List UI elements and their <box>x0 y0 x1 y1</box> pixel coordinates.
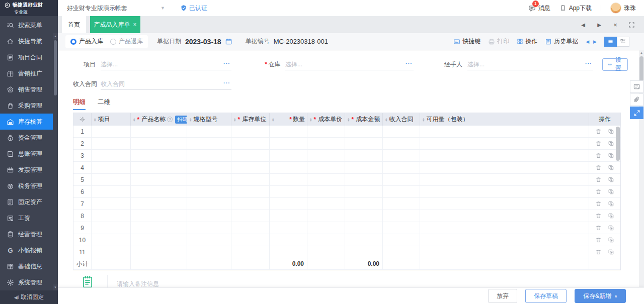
column-header-3[interactable]: ▲▼规格型号 <box>187 113 231 126</box>
note-tool-button[interactable] <box>630 80 643 93</box>
delete-row-icon[interactable] <box>595 200 602 207</box>
empty-cell[interactable] <box>131 222 187 234</box>
empty-cell[interactable] <box>187 138 231 150</box>
empty-cell[interactable] <box>345 174 383 186</box>
empty-cell[interactable] <box>231 138 270 150</box>
empty-cell[interactable] <box>92 162 131 174</box>
empty-cell[interactable] <box>92 234 131 246</box>
empty-cell[interactable] <box>383 174 420 186</box>
empty-cell[interactable] <box>420 234 589 246</box>
sidebar-item-sales[interactable]: 销售管理 <box>0 81 53 97</box>
delete-row-icon[interactable] <box>595 128 602 135</box>
scroll-up-icon[interactable]: ▲ <box>639 50 644 55</box>
empty-cell[interactable] <box>420 222 589 234</box>
delete-row-icon[interactable] <box>595 152 602 159</box>
empty-cell[interactable] <box>131 246 187 258</box>
copy-row-icon[interactable] <box>608 188 614 195</box>
sidebar-item-invoice[interactable]: 发票管理 <box>0 162 53 178</box>
operate-menu-button[interactable]: 操作 <box>517 37 537 46</box>
empty-cell[interactable] <box>420 186 589 198</box>
sidebar-item-system[interactable]: 系统管理 <box>0 274 53 290</box>
empty-cell[interactable] <box>383 198 420 210</box>
project-picker-icon[interactable]: ··· <box>223 60 230 66</box>
empty-cell[interactable] <box>383 138 420 150</box>
column-settings-header[interactable] <box>73 113 92 126</box>
income-contract-picker-icon[interactable]: ··· <box>223 80 230 86</box>
empty-cell[interactable] <box>383 210 420 222</box>
empty-cell[interactable] <box>231 186 270 198</box>
column-header-9[interactable]: ▲▼可用量（包装） <box>420 113 589 126</box>
copy-row-icon[interactable] <box>608 140 614 147</box>
copy-row-icon[interactable] <box>608 152 614 159</box>
fullscreen-icon[interactable] <box>627 20 636 29</box>
warehouse-input[interactable] <box>285 58 414 70</box>
sort-icon[interactable]: ▲▼ <box>309 118 312 122</box>
sidebar-scroll-down-icon[interactable]: ▼ <box>53 284 58 290</box>
empty-cell[interactable] <box>131 150 187 162</box>
empty-cell[interactable] <box>420 198 589 210</box>
sort-icon[interactable]: ▲▼ <box>422 118 425 122</box>
tabs-scroll-left-icon[interactable]: ◀ <box>579 20 588 29</box>
empty-cell[interactable] <box>307 210 345 222</box>
income-contract-input[interactable] <box>101 78 231 90</box>
sort-icon[interactable]: ▲▼ <box>94 118 96 122</box>
empty-cell[interactable] <box>345 138 383 150</box>
empty-cell[interactable] <box>231 150 270 162</box>
sidebar-item-inventory[interactable]: 库存核算 <box>0 114 53 130</box>
expand-tool-button[interactable] <box>630 107 643 119</box>
account-selector[interactable]: 好业财专业版演示帐套 ▼ <box>67 4 165 13</box>
empty-cell[interactable] <box>131 174 187 186</box>
print-button[interactable]: 打印 <box>488 37 509 46</box>
empty-cell[interactable] <box>92 210 131 222</box>
empty-cell[interactable] <box>92 174 131 186</box>
empty-cell[interactable] <box>231 174 270 186</box>
sidebar-unpin-button[interactable]: ◀‖ 取消固定 <box>0 290 58 304</box>
empty-cell[interactable] <box>131 186 187 198</box>
column-gear-icon[interactable] <box>79 116 86 123</box>
project-input[interactable] <box>101 58 231 70</box>
doc-date-value[interactable]: 2023-03-18 <box>185 38 221 46</box>
empty-cell[interactable] <box>187 198 231 210</box>
sidebar-item-baseinfo[interactable]: 基础信息 <box>0 258 53 274</box>
column-header-2[interactable]: ▲▼*产品名称?扫码录入 <box>131 113 187 126</box>
empty-cell[interactable] <box>187 162 231 174</box>
empty-cell[interactable] <box>92 150 131 162</box>
empty-cell[interactable] <box>92 138 131 150</box>
empty-cell[interactable] <box>383 246 420 258</box>
empty-cell[interactable] <box>420 210 589 222</box>
empty-cell[interactable] <box>345 186 383 198</box>
list-view-toggle[interactable] <box>604 37 617 47</box>
prev-doc-icon[interactable]: ◀ <box>586 39 589 44</box>
empty-cell[interactable] <box>345 150 383 162</box>
discard-button[interactable]: 放弃 <box>488 289 517 303</box>
sidebar-item-tax[interactable]: 税务管理 <box>0 178 53 194</box>
empty-cell[interactable] <box>307 162 345 174</box>
delete-row-icon[interactable] <box>595 237 602 243</box>
empty-cell[interactable] <box>270 246 307 258</box>
column-header-4[interactable]: ▲▼*库存单位 <box>231 113 270 126</box>
shortcut-keys-button[interactable]: 快捷键 <box>453 37 480 46</box>
empty-cell[interactable] <box>131 162 187 174</box>
empty-cell[interactable] <box>92 126 131 138</box>
empty-cell[interactable] <box>187 234 231 246</box>
sort-icon[interactable]: ▲▼ <box>133 118 135 122</box>
sidebar-item-search[interactable]: 搜索菜单 <box>0 17 53 33</box>
empty-cell[interactable] <box>231 126 270 138</box>
empty-cell[interactable] <box>345 234 383 246</box>
next-doc-icon[interactable]: ▶ <box>593 39 597 44</box>
empty-cell[interactable] <box>92 246 131 258</box>
save-and-new-button[interactable]: 保存&新增 ∧ <box>575 289 626 303</box>
empty-cell[interactable] <box>131 138 187 150</box>
empty-cell[interactable] <box>307 234 345 246</box>
empty-cell[interactable] <box>307 138 345 150</box>
sort-icon[interactable]: ▲▼ <box>385 118 387 122</box>
empty-cell[interactable] <box>270 174 307 186</box>
empty-cell[interactable] <box>231 246 270 258</box>
empty-cell[interactable] <box>420 246 589 258</box>
empty-cell[interactable] <box>231 210 270 222</box>
empty-cell[interactable] <box>92 222 131 234</box>
sidebar-item-business[interactable]: 经营管理 <box>0 226 53 242</box>
empty-cell[interactable] <box>307 186 345 198</box>
delete-row-icon[interactable] <box>595 164 602 171</box>
column-header-1[interactable]: ▲▼项目 <box>92 113 131 126</box>
